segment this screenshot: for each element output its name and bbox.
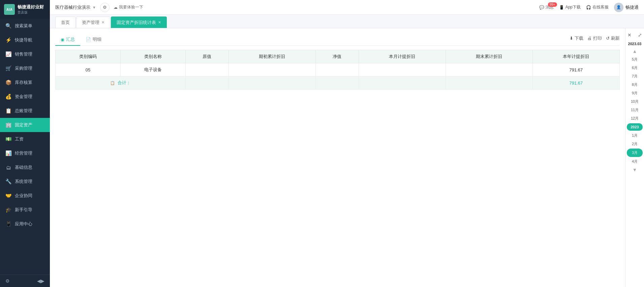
tab-bar: 首页 资产管理 ✕ 固定资产折旧统计表 ✕ [50, 15, 644, 28]
summary-label: 📋 合计： [56, 76, 186, 90]
panel-expand-icon[interactable]: ⤢ [638, 32, 642, 38]
refresh-icon: ↺ [606, 36, 610, 41]
sidebar-item-enterprise[interactable]: 🤝 企业协同 [0, 189, 50, 203]
operations-icon: 📊 [5, 150, 11, 156]
month-10[interactable]: 10月 [625, 97, 644, 106]
month-11[interactable]: 11月 [625, 106, 644, 114]
month-7[interactable]: 7月 [625, 72, 644, 81]
row-monthly-depr [359, 63, 446, 76]
month-5[interactable]: 5月 [625, 55, 644, 64]
year-2023-marker: 2023 [627, 123, 643, 131]
month-12[interactable]: 12月 [625, 114, 644, 123]
detail-icon: 📄 [86, 37, 91, 42]
summary-monthly-depr [359, 76, 446, 90]
sidebar-item-appstore[interactable]: 📱 应用中心 [0, 217, 50, 231]
row-end-depr [446, 63, 532, 76]
month-4[interactable]: 4月 [625, 157, 644, 166]
toolbar: ⬇ 下载 🖨 打印 ↺ 刷新 [570, 35, 620, 44]
sidebar-item-label: 销售管理 [15, 51, 32, 57]
summary-end-depr [446, 76, 532, 90]
scroll-up-button[interactable]: ▲ [625, 47, 644, 55]
download-button[interactable]: ⬇ 下载 [570, 35, 583, 41]
sidebar-item-label: 企业协同 [15, 193, 32, 199]
month-8[interactable]: 8月 [625, 81, 644, 89]
print-icon: 🖨 [587, 36, 592, 41]
summary-icon: ◉ [61, 37, 64, 42]
search-icon: 🔍 [5, 23, 11, 29]
refresh-button[interactable]: ↺ 刷新 [606, 35, 620, 41]
tab-home[interactable]: 首页 [55, 17, 75, 28]
sidebar-item-system[interactable]: 🔧 系统管理 [0, 174, 50, 189]
tab-depreciation-table[interactable]: 固定资产折旧统计表 ✕ [111, 17, 167, 28]
sidebar-item-inventory[interactable]: 📦 库存核算 [0, 75, 50, 90]
sidebar-item-search[interactable]: 🔍 搜索菜单 [0, 19, 50, 33]
user-menu[interactable]: 👤 畅捷通 [614, 3, 639, 12]
sidebar-item-label: 新手引导 [15, 207, 32, 213]
sidebar-item-label: 采购管理 [15, 65, 32, 71]
row-net-value [315, 63, 359, 76]
sidebar-item-label: 基础信息 [15, 164, 32, 170]
sub-tab-detail[interactable]: 📄 明细 [80, 34, 107, 46]
row-name: 电子设备 [120, 63, 185, 76]
summary-annual-depr: 791.67 [532, 76, 619, 90]
summary-row: 📋 合计： 791.67 [56, 76, 620, 90]
settings-icon[interactable]: ⚙ [5, 278, 10, 284]
fixed-assets-icon: 🏢 [5, 122, 11, 128]
row-original [185, 63, 228, 76]
message-button[interactable]: 💬 消息 99+ [539, 4, 554, 10]
settings-button[interactable]: ⚙ [100, 3, 110, 12]
sidebar-item-guide[interactable]: 🎓 新手引导 [0, 203, 50, 217]
sidebar-item-label: 总账管理 [15, 108, 32, 114]
tab-asset-mgmt-close[interactable]: ✕ [101, 20, 104, 25]
sidebar-item-label: 资金管理 [15, 94, 32, 100]
row-initial-depr [228, 63, 315, 76]
sidebar-item-payroll[interactable]: 💵 工资 [0, 132, 50, 146]
collapse-icon[interactable]: ◀▶ [37, 278, 44, 284]
gear-icon: ⚙ [103, 5, 107, 10]
customer-service-button[interactable]: 🎧 在线客服 [586, 4, 609, 10]
sidebar-item-base-info[interactable]: 🗂 基础信息 [0, 160, 50, 174]
topbar: 医疗器械行业演示 ▼ ⚙ ☁ 我要体验一下 💬 消息 99+ 📱 App下载 🎧… [50, 0, 644, 15]
sub-tab-summary[interactable]: ◉ 汇总 [55, 34, 80, 46]
panel-header: ✕ ⤢ [625, 31, 644, 39]
sidebar-item-operations[interactable]: 📊 经营管理 [0, 146, 50, 160]
panel-close-icon[interactable]: ✕ [627, 32, 632, 38]
summary-initial-depr [228, 76, 315, 90]
month-2[interactable]: 2月 [625, 140, 644, 148]
month-6[interactable]: 6月 [625, 64, 644, 72]
month-1[interactable]: 1月 [625, 131, 644, 140]
sidebar-item-ledger[interactable]: 📋 总账管理 [0, 104, 50, 118]
message-badge: 99+ [548, 2, 557, 7]
sidebar-item-fixed-assets[interactable]: 🏢 固定资产 [0, 118, 50, 132]
download-icon: 📱 [559, 5, 564, 10]
scroll-down-button[interactable]: ▼ [625, 166, 644, 174]
company-name: 医疗器械行业演示 [55, 4, 90, 10]
sidebar-item-purchase[interactable]: 🛒 采购管理 [0, 61, 50, 75]
sidebar-item-label: 库存核算 [15, 79, 32, 86]
month-9[interactable]: 9月 [625, 89, 644, 97]
dropdown-icon: ▼ [92, 5, 96, 9]
sidebar-item-quicknav[interactable]: ⚡ 快捷导航 [0, 33, 50, 47]
experience-button[interactable]: ☁ 我要体验一下 [114, 4, 143, 10]
sidebar-nav: 🔍 搜索菜单 ⚡ 快捷导航 📈 销售管理 🛒 采购管理 📦 库存核算 💰 资金管… [0, 19, 50, 275]
tab-asset-mgmt[interactable]: 资产管理 ✕ [76, 17, 110, 28]
sidebar-item-funds[interactable]: 💰 资金管理 [0, 90, 50, 104]
sidebar-item-sales[interactable]: 📈 销售管理 [0, 47, 50, 61]
message-icon: 💬 [539, 5, 544, 10]
sidebar-item-label: 经营管理 [15, 150, 32, 156]
tab-depreciation-close[interactable]: ✕ [158, 20, 161, 25]
payroll-icon: 💵 [5, 136, 11, 142]
print-button[interactable]: 🖨 打印 [587, 35, 602, 41]
service-icon: 🎧 [586, 5, 591, 10]
enterprise-icon: 🤝 [5, 193, 11, 199]
sidebar: AtA 畅捷通好业财 普及版 🔍 搜索菜单 ⚡ 快捷导航 📈 销售管理 🛒 采购… [0, 0, 50, 287]
inventory-icon: 📦 [5, 79, 11, 86]
month-3-active[interactable]: 3月 [627, 149, 643, 157]
sidebar-footer: ⚙ ◀▶ [0, 275, 50, 287]
app-download-button[interactable]: 📱 App下载 [559, 4, 581, 10]
company-selector[interactable]: 医疗器械行业演示 ▼ [55, 4, 96, 10]
sidebar-item-label: 快捷导航 [15, 37, 32, 43]
avatar: 👤 [614, 3, 623, 12]
ledger-icon: 📋 [5, 108, 11, 114]
sales-icon: 📈 [5, 51, 11, 57]
